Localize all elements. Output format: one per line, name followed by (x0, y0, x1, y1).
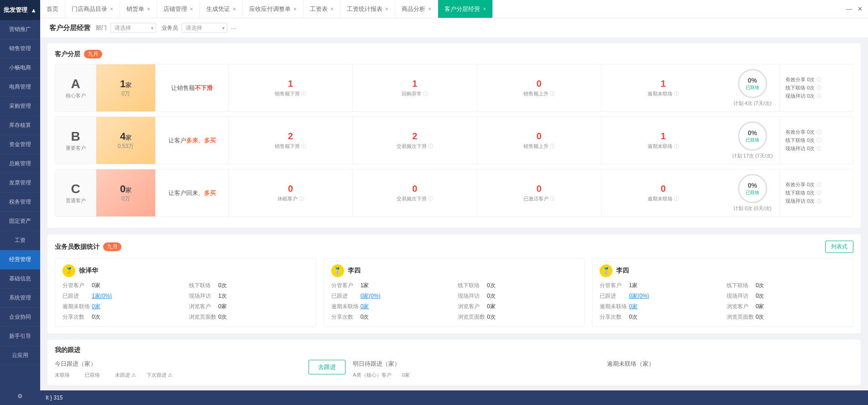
tab-生成凭证[interactable]: 生成凭证× (200, 0, 243, 18)
tier-count-num-B: 4家 (120, 131, 131, 142)
info-icon[interactable]: ⓘ (816, 93, 821, 100)
sidebar-item-固定资产[interactable]: 固定资产 (0, 212, 40, 231)
staff-select[interactable]: 请选择 (182, 23, 227, 33)
sidebar-item-总账管理[interactable]: 总账管理 (0, 154, 40, 174)
sidebar-item-资金管理[interactable]: 资金管理 (0, 135, 40, 154)
info-icon[interactable]: ⓘ (301, 91, 306, 96)
contact-plan-A: 计划 4次 (7天/次) (733, 100, 772, 107)
info-icon[interactable]: ⓘ (299, 196, 304, 201)
sidebar-item-发票管理[interactable]: 发票管理 (0, 174, 40, 193)
tier-right-stats-B: 有效分享 0次 ⓘ线下联络 0次 ⓘ现场拜访 0次 ⓘ (780, 117, 853, 164)
right-stat-item: 现场拜访 0次 ⓘ (785, 145, 847, 152)
info-icon[interactable]: ⓘ (428, 196, 433, 201)
window-minimize-icon[interactable]: — (846, 5, 852, 12)
sidebar-item-采购管理[interactable]: 采购管理 (0, 97, 40, 116)
tab-close-客户分层经营[interactable]: × (483, 6, 486, 12)
sidebar-settings[interactable]: ⚙ (0, 387, 40, 405)
sidebar-item-税务管理[interactable]: 税务管理 (0, 193, 40, 212)
tab-close-商品分析[interactable]: × (428, 6, 431, 12)
info-icon[interactable]: ⓘ (816, 76, 821, 83)
tier-right-stats-C: 有效分享 0次 ⓘ线下联络 0次 ⓘ现场拜访 0次 ⓘ (780, 169, 853, 216)
tab-bar-right[interactable]: — ✕ (841, 5, 868, 12)
tab-销货单[interactable]: 销货单× (120, 0, 157, 18)
tier-suggest-B: 让客户多来、多买 (156, 117, 229, 164)
staff-stat-row: 已跟进1家(0%) (63, 292, 182, 300)
info-icon[interactable]: ⓘ (674, 143, 679, 149)
staff-stats-grid-0: 分管客户0家线下联络0次已跟进1家(0%)现场拜访1次逾期未联络0家浏览客户0家… (63, 282, 309, 321)
staff-name-row-1: 🥈李四 (331, 264, 577, 277)
metric-label: 休眠客户 ⓘ (277, 195, 304, 202)
tier-name-B: 重要客户 (66, 145, 86, 152)
dept-select[interactable]: 请选择 (110, 23, 156, 33)
staff-stat-value[interactable]: 0家(0%) (629, 292, 649, 300)
goto-followup-button[interactable]: 去跟进 (309, 360, 345, 374)
staff-stat-value[interactable]: 0家 (361, 303, 369, 310)
staff-stat-value[interactable]: 0家(0%) (361, 292, 381, 300)
info-icon[interactable]: ⓘ (428, 143, 433, 149)
sidebar-item-企业协同[interactable]: 企业协同 (0, 308, 40, 327)
tab-close-门店商品目录[interactable]: × (110, 6, 113, 12)
tab-首页[interactable]: 首页 (40, 0, 65, 18)
followup-title: 我的跟进 (55, 346, 853, 354)
tab-店铺管理[interactable]: 店铺管理× (157, 0, 200, 18)
tier-name-C: 普通客户 (66, 197, 86, 204)
list-view-button[interactable]: 列表式 (825, 241, 853, 253)
tab-应收应付调整单[interactable]: 应收应付调整单× (243, 0, 303, 18)
info-icon[interactable]: ⓘ (816, 145, 821, 152)
sidebar-item-基础信息[interactable]: 基础信息 (0, 269, 40, 289)
info-icon[interactable]: ⓘ (550, 91, 555, 96)
tab-工资统计报表[interactable]: 工资统计报表× (340, 0, 395, 18)
info-icon[interactable]: ⓘ (550, 143, 555, 149)
sidebar-item-库存核算[interactable]: 库存核算 (0, 116, 40, 135)
tab-close-生成凭证[interactable]: × (233, 6, 236, 12)
info-icon[interactable]: ⓘ (816, 129, 821, 136)
staff-stat-value[interactable]: 0家 (92, 303, 100, 310)
tab-客户分层经营[interactable]: 客户分层经营× (438, 0, 493, 18)
sidebar-item-小畅电商[interactable]: 小畅电商 (0, 58, 40, 78)
staff-avatar-1: 🥈 (331, 264, 344, 277)
sidebar-collapse-icon[interactable]: ▲ (31, 7, 37, 14)
tier-letter-C: C (71, 182, 80, 196)
info-icon[interactable]: ⓘ (301, 143, 306, 149)
tab-close-工资表[interactable]: × (330, 6, 334, 12)
window-close-icon[interactable]: ✕ (858, 5, 863, 12)
tab-close-店铺管理[interactable]: × (190, 6, 193, 12)
metric-num: 0 (661, 184, 666, 194)
info-icon[interactable]: ⓘ (550, 196, 555, 201)
info-icon[interactable]: ⓘ (674, 196, 679, 201)
info-icon[interactable]: ⓘ (816, 137, 821, 144)
staff-stat-value[interactable]: 0家 (629, 303, 638, 310)
tab-close-工资统计报表[interactable]: × (385, 6, 388, 12)
contact-percent-C: 0% (748, 182, 757, 189)
staff-stat-label: 分享次数 (63, 313, 90, 321)
sidebar-item-营销推广[interactable]: 营销推广 (0, 20, 40, 39)
customer-section-badge: 九月 (84, 50, 102, 58)
tab-bar: 首页门店商品目录×销货单×店铺管理×生成凭证×应收应付调整单×工资表×工资统计报… (40, 0, 868, 18)
info-icon[interactable]: ⓘ (423, 91, 428, 96)
staff-stat-label: 浏览客户 (727, 303, 754, 310)
tab-工资表[interactable]: 工资表× (303, 0, 340, 18)
info-icon[interactable]: ⓘ (816, 198, 821, 205)
staff-stat-value[interactable]: 1家(0%) (92, 292, 112, 300)
sidebar-item-电商管理[interactable]: 电商管理 (0, 78, 40, 97)
sidebar-item-新手引导[interactable]: 新手引导 (0, 327, 40, 346)
tier-count-A: 1家0万 (96, 64, 156, 111)
info-icon[interactable]: ⓘ (816, 84, 821, 91)
followup-section: 我的跟进 今日跟进（家） 未联络 已联络 未跟进 ⚠ 下次跟进 ⚠ 去跟进 明日… (47, 340, 861, 385)
sidebar-item-系统管理[interactable]: 系统管理 (0, 289, 40, 308)
info-icon[interactable]: ⓘ (674, 91, 679, 96)
more-options-icon[interactable]: ··· (231, 25, 236, 32)
tab-close-应收应付调整单[interactable]: × (293, 6, 297, 12)
staff-section-badge: 九月 (103, 242, 121, 251)
sidebar-item-工资[interactable]: 工资 (0, 231, 40, 250)
tab-close-销货单[interactable]: × (147, 6, 150, 12)
sidebar-item-经营管理[interactable]: 经营管理 (0, 250, 40, 269)
tier-metrics-B: 2销售额下滑 ⓘ2交易频次下滑 ⓘ0销售额上升 ⓘ1逾期未联络 ⓘ (229, 117, 725, 164)
tab-商品分析[interactable]: 商品分析× (395, 0, 438, 18)
contact-label-B: 已联络 (746, 137, 759, 143)
sidebar-item-销售管理[interactable]: 销售管理 (0, 39, 40, 58)
info-icon[interactable]: ⓘ (816, 189, 821, 196)
info-icon[interactable]: ⓘ (816, 181, 821, 188)
sidebar-item-云应用[interactable]: 云应用 (0, 346, 40, 365)
tab-门店商品目录[interactable]: 门店商品目录× (65, 0, 120, 18)
